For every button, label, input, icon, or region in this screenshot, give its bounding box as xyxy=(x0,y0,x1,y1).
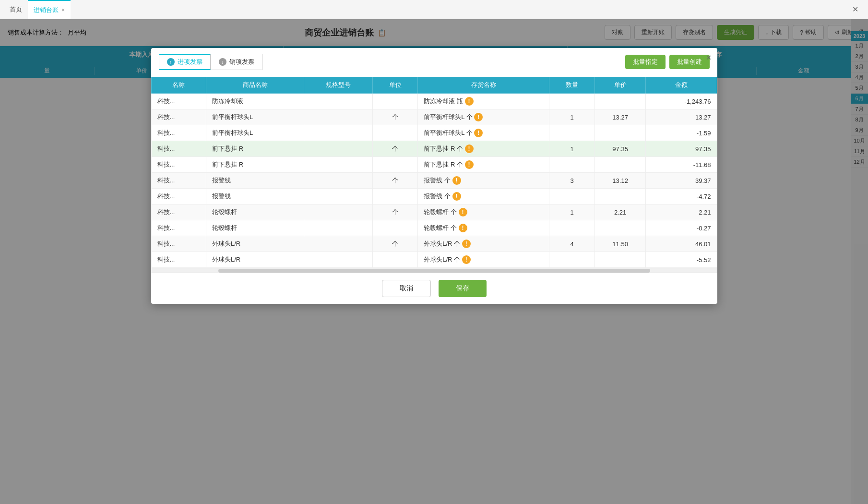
cell-name: 科技... xyxy=(151,236,206,252)
cell-price: 13.27 xyxy=(595,109,646,125)
cell-unit xyxy=(372,189,417,204)
cell-price xyxy=(595,252,646,268)
cell-name: 科技... xyxy=(151,189,206,204)
cell-unit xyxy=(372,252,417,268)
warn-icon: ! xyxy=(474,129,483,137)
tab-outbound-invoice[interactable]: ↓ 销项发票 xyxy=(211,54,262,70)
cell-product: 前下悬挂 R xyxy=(206,157,304,173)
cell-amount: -11.68 xyxy=(646,157,717,173)
cell-name: 科技... xyxy=(151,220,206,236)
th-unit: 单位 xyxy=(372,77,417,94)
table-row: 科技... 防冻冷却液 防冻冷却液 瓶 ! -1,243.76 xyxy=(151,94,717,109)
close-tab-icon[interactable]: × xyxy=(61,7,65,13)
th-amount: 金额 xyxy=(646,77,717,94)
cell-name: 科技... xyxy=(151,252,206,268)
cell-amount: 97.35 xyxy=(646,141,717,157)
cell-name: 科技... xyxy=(151,125,206,141)
cell-unit: 个 xyxy=(372,109,417,125)
tab-inbound-invoice[interactable]: ↑ 进项发票 xyxy=(159,54,211,70)
cell-qty: 4 xyxy=(549,236,595,252)
main-content: 销售成本计算方法： 月平均 商贸企业进销台账 📋 对账 重新开账 存货别名 生成… xyxy=(0,19,868,504)
cell-inventory: 前下悬挂 R 个 ! xyxy=(418,141,549,157)
batch-assign-button[interactable]: 批量指定 xyxy=(625,55,666,69)
tab-ledger[interactable]: 进销台账 × xyxy=(28,0,71,19)
cell-unit: 个 xyxy=(372,141,417,157)
window-close-button[interactable]: ✕ xyxy=(846,5,864,14)
modal-close-button[interactable]: × xyxy=(706,53,712,63)
cell-spec xyxy=(304,141,373,157)
table-row: 科技... 前下悬挂 R 个 前下悬挂 R 个 ! 1 97.35 97.35 xyxy=(151,141,717,157)
cell-unit: 个 xyxy=(372,204,417,220)
cancel-button[interactable]: 取消 xyxy=(382,280,431,297)
th-product: 商品名称 xyxy=(206,77,304,94)
batch-create-button[interactable]: 批量创建 xyxy=(669,55,710,69)
cell-qty xyxy=(549,94,595,109)
cell-amount: 46.01 xyxy=(646,236,717,252)
cell-product: 防冻冷却液 xyxy=(206,94,304,109)
modal-bottom-scrollbar[interactable] xyxy=(151,268,717,273)
table-row: 科技... 前平衡杆球头L 个 前平衡杆球头L 个 ! 1 13.27 13.2… xyxy=(151,109,717,125)
modal-table-body: 科技... 防冻冷却液 防冻冷却液 瓶 ! -1,243.76 科技... 前平… xyxy=(151,94,717,268)
modal-header: ↑ 进项发票 ↓ 销项发票 批量指定 批量创建 × xyxy=(151,48,717,76)
cell-unit xyxy=(372,125,417,141)
cell-qty xyxy=(549,252,595,268)
cell-name: 科技... xyxy=(151,204,206,220)
cell-spec xyxy=(304,220,373,236)
cell-price xyxy=(595,125,646,141)
cell-inventory: 前下悬挂 R 个 ! xyxy=(418,157,549,173)
th-spec: 规格型号 xyxy=(304,77,373,94)
cell-product: 前下悬挂 R xyxy=(206,141,304,157)
cell-spec xyxy=(304,204,373,220)
warn-icon: ! xyxy=(452,176,461,185)
cell-spec xyxy=(304,173,373,189)
modal-table-wrap[interactable]: 名称 商品名称 规格型号 单位 存货名称 数量 单价 金额 科技... 防冻冷却… xyxy=(151,76,717,268)
cell-inventory: 外球头L/R 个 ! xyxy=(418,252,549,268)
warn-icon: ! xyxy=(465,97,474,106)
cell-price: 2.21 xyxy=(595,204,646,220)
th-price: 单价 xyxy=(595,77,646,94)
warn-icon: ! xyxy=(459,224,467,232)
cell-name: 科技... xyxy=(151,109,206,125)
cell-product: 轮毂螺杆 xyxy=(206,220,304,236)
cell-unit: 个 xyxy=(372,236,417,252)
th-inventory: 存货名称 xyxy=(418,77,549,94)
cell-unit xyxy=(372,157,417,173)
cell-inventory: 前平衡杆球头L 个 ! xyxy=(418,109,549,125)
cell-spec xyxy=(304,157,373,173)
cell-spec xyxy=(304,109,373,125)
th-name: 名称 xyxy=(151,77,206,94)
tab-home[interactable]: 首页 xyxy=(4,0,28,19)
cell-price xyxy=(595,94,646,109)
cell-product: 前平衡杆球头L xyxy=(206,125,304,141)
table-row: 科技... 报警线 个 报警线 个 ! 3 13.12 39.37 xyxy=(151,173,717,189)
cell-amount: 39.37 xyxy=(646,173,717,189)
modal-header-buttons: 批量指定 批量创建 xyxy=(625,55,710,69)
cell-inventory: 轮毂螺杆 个 ! xyxy=(418,204,549,220)
cell-price: 11.50 xyxy=(595,236,646,252)
cell-inventory: 报警线 个 ! xyxy=(418,189,549,204)
cell-product: 报警线 xyxy=(206,189,304,204)
cell-spec xyxy=(304,125,373,141)
cell-qty: 1 xyxy=(549,109,595,125)
cell-spec xyxy=(304,252,373,268)
top-bar: 首页 进销台账 × ✕ xyxy=(0,0,868,19)
warn-icon: ! xyxy=(459,208,467,216)
warn-icon: ! xyxy=(465,144,474,153)
cell-product: 报警线 xyxy=(206,173,304,189)
cell-price: 97.35 xyxy=(595,141,646,157)
cell-product: 外球头L/R xyxy=(206,252,304,268)
table-row: 科技... 外球头L/R 外球头L/R 个 ! -5.52 xyxy=(151,252,717,268)
cell-qty: 3 xyxy=(549,173,595,189)
cell-name: 科技... xyxy=(151,173,206,189)
cell-qty xyxy=(549,220,595,236)
cell-amount: -5.52 xyxy=(646,252,717,268)
cell-qty xyxy=(549,157,595,173)
cell-product: 前平衡杆球头L xyxy=(206,109,304,125)
cell-price xyxy=(595,220,646,236)
table-row: 科技... 前下悬挂 R 前下悬挂 R 个 ! -11.68 xyxy=(151,157,717,173)
cell-inventory: 轮毂螺杆 个 ! xyxy=(418,220,549,236)
save-button[interactable]: 保存 xyxy=(439,280,487,297)
cell-inventory: 报警线 个 ! xyxy=(418,173,549,189)
cell-amount: -1,243.76 xyxy=(646,94,717,109)
cell-qty: 1 xyxy=(549,141,595,157)
